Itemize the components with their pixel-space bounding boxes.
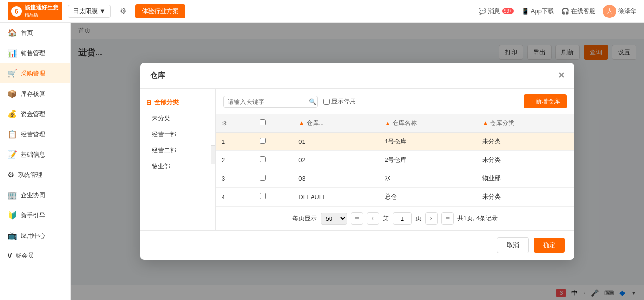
warehouse-modal: 仓库 ✕ ⊞ 全部分类 未分类 经营一部 经营二部 物业部 « xyxy=(140,63,574,260)
app-download-item[interactable]: 📱 App下载 xyxy=(521,7,554,16)
sidebar-item-member[interactable]: V 畅会员 xyxy=(0,246,70,266)
tv-icon: 📺 xyxy=(8,231,17,240)
row-index: 3 xyxy=(216,169,254,188)
phone-icon: 📱 xyxy=(521,8,529,15)
box-icon: 📦 xyxy=(8,89,17,98)
category-item-uncategorized[interactable]: 未分类 xyxy=(140,110,215,126)
sidebar-item-finance[interactable]: 💰 资金管理 xyxy=(0,104,70,124)
member-icon: V xyxy=(8,252,12,259)
col-name[interactable]: ▲ 仓库名称 xyxy=(379,114,477,133)
search-icon[interactable]: 🔍 xyxy=(309,98,316,105)
col-code[interactable]: ▲ 仓库... xyxy=(293,114,379,133)
row-checkbox[interactable] xyxy=(254,169,293,188)
cart-icon: 🛒 xyxy=(8,69,17,78)
layout: 🏠 首页 📊 销售管理 🛒 采购管理 📦 库存核算 💰 资金管理 📋 经营管理 … xyxy=(0,23,644,300)
row-name: 2号仓库 xyxy=(379,151,477,169)
sidebar-item-home[interactable]: 🏠 首页 xyxy=(0,23,70,43)
table-header-row: ⚙ ▲ 仓库... ▲ 仓库名称 xyxy=(216,114,574,133)
row-code: 02 xyxy=(293,151,379,169)
show-disabled-label[interactable]: 显示停用 xyxy=(323,97,356,106)
select-all-checkbox[interactable] xyxy=(260,119,266,125)
sort-icon-name: ▲ xyxy=(385,119,391,126)
modal-title: 仓库 xyxy=(150,71,165,81)
top-header: 6 畅捷通好生意 精品版 日太阳膜 ▼ ⚙ 体验行业方案 💬 消息 99+ 📱 … xyxy=(0,0,644,23)
category-item-ops1[interactable]: 经营一部 xyxy=(140,126,215,142)
company-name: 畅捷通好生意 精品版 xyxy=(25,4,58,18)
row-category: 物业部 xyxy=(477,169,574,188)
row-name: 1号仓库 xyxy=(379,133,477,151)
category-item-property[interactable]: 物业部 xyxy=(140,158,215,175)
add-warehouse-button[interactable]: + 新增仓库 xyxy=(524,94,567,108)
sidebar-item-system[interactable]: ⚙ 系统管理 xyxy=(0,165,70,185)
store-selector[interactable]: 日太阳膜 ▼ xyxy=(68,5,111,18)
header-right: 💬 消息 99+ 📱 App下载 🎧 在线客服 人 徐泽华 xyxy=(479,5,636,18)
avatar: 人 xyxy=(603,5,616,18)
table-row[interactable]: 1 01 1号仓库 未分类 xyxy=(216,133,574,151)
sidebar-item-enterprise[interactable]: 🏢 企业协同 xyxy=(0,185,70,205)
message-icon: 💬 xyxy=(479,8,486,15)
sidebar-item-inventory[interactable]: 📦 库存核算 xyxy=(0,83,70,104)
row-checkbox[interactable] xyxy=(254,151,293,169)
doc-icon: 📝 xyxy=(8,150,17,159)
next-page-button[interactable]: › xyxy=(425,212,438,225)
sidebar-item-basic[interactable]: 📝 基础信息 xyxy=(0,144,70,165)
table-row[interactable]: 2 02 2号仓库 未分类 xyxy=(216,151,574,169)
clipboard-icon: 📋 xyxy=(8,130,17,139)
settings-icon[interactable]: ⚙ xyxy=(116,5,130,18)
page-number-input[interactable] xyxy=(393,212,412,225)
modal-close-button[interactable]: ✕ xyxy=(558,70,565,81)
headset-icon: 🎧 xyxy=(561,8,569,15)
row-checkbox[interactable] xyxy=(254,133,293,151)
sidebar-item-purchase[interactable]: 🛒 采购管理 xyxy=(0,63,70,83)
logo-area: 6 畅捷通好生意 精品版 xyxy=(8,2,62,20)
table-row[interactable]: 3 03 水 物业部 xyxy=(216,169,574,188)
sidebar: 🏠 首页 📊 销售管理 🛒 采购管理 📦 库存核算 💰 资金管理 📋 经营管理 … xyxy=(0,23,71,300)
confirm-button[interactable]: 确定 xyxy=(534,238,565,253)
col-settings[interactable]: ⚙ xyxy=(216,114,254,133)
chevron-down-icon: ▼ xyxy=(99,8,106,15)
row-category: 未分类 xyxy=(477,133,574,151)
sidebar-item-sales[interactable]: 📊 销售管理 xyxy=(0,43,70,63)
prev-page-button[interactable]: ‹ xyxy=(367,212,379,225)
category-panel: ⊞ 全部分类 未分类 经营一部 经营二部 物业部 « xyxy=(140,89,216,230)
message-badge: 99+ xyxy=(502,8,514,14)
show-disabled-checkbox[interactable] xyxy=(323,99,330,105)
row-category: 未分类 xyxy=(477,188,574,206)
total-info: 共1页, 4条记录 xyxy=(457,214,498,223)
row-name: 水 xyxy=(379,169,477,188)
table-row[interactable]: 4 DEFAULT 总仓 未分类 xyxy=(216,188,574,206)
warehouse-table: ⚙ ▲ 仓库... ▲ 仓库名称 xyxy=(216,114,574,206)
cancel-button[interactable]: 取消 xyxy=(497,237,529,253)
per-page-select[interactable]: 50 20 100 xyxy=(321,213,347,225)
user-item[interactable]: 人 徐泽华 xyxy=(603,5,636,18)
message-item[interactable]: 💬 消息 99+ xyxy=(479,7,514,16)
row-index: 1 xyxy=(216,133,254,151)
trial-button[interactable]: 体验行业方案 xyxy=(135,4,185,18)
sort-icon-cat: ▲ xyxy=(482,119,488,126)
row-checkbox[interactable] xyxy=(254,188,293,206)
search-input[interactable] xyxy=(228,98,307,105)
row-category: 未分类 xyxy=(477,151,574,169)
row-index: 4 xyxy=(216,188,254,206)
logo-icon: 6 xyxy=(11,6,22,17)
pagination: 每页显示 50 20 100 ⊨ ‹ 第 页 › ⊨ 共1页, 4条记 xyxy=(216,206,574,230)
first-page-button[interactable]: ⊨ xyxy=(351,212,363,225)
sidebar-item-operation[interactable]: 📋 经营管理 xyxy=(0,124,70,144)
table-toolbar: 🔍 显示停用 + 新增仓库 xyxy=(216,89,574,114)
category-item-ops2[interactable]: 经营二部 xyxy=(140,142,215,158)
sidebar-item-guide[interactable]: 🔰 新手引导 xyxy=(0,205,70,225)
row-code: 01 xyxy=(293,133,379,151)
modal-body: ⊞ 全部分类 未分类 经营一部 经营二部 物业部 « xyxy=(140,89,574,230)
home-icon: 🏠 xyxy=(8,28,17,37)
all-category-header[interactable]: ⊞ 全部分类 xyxy=(140,94,215,110)
col-checkbox[interactable] xyxy=(254,114,293,133)
category-collapse-button[interactable]: « xyxy=(211,145,216,164)
main-content: 首页 进货... 打印 导出 刷新 查询 设置 仓库 ✕ xyxy=(71,23,644,300)
building-icon: 🏢 xyxy=(8,191,17,200)
col-category[interactable]: ▲ 仓库分类 xyxy=(477,114,574,133)
online-service-item[interactable]: 🎧 在线客服 xyxy=(561,7,595,16)
last-page-button[interactable]: ⊨ xyxy=(441,212,454,225)
sidebar-item-app-center[interactable]: 📺 应用中心 xyxy=(0,225,70,246)
sort-icon: ▲ xyxy=(298,119,305,126)
modal-footer: 取消 确定 xyxy=(140,230,574,260)
